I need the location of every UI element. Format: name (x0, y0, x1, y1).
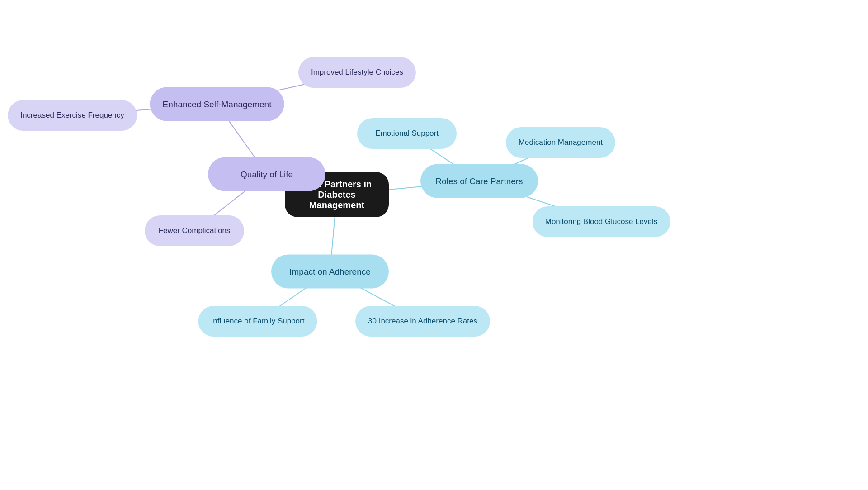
enhanced-self-management-node[interactable]: Enhanced Self-Management (150, 87, 284, 121)
impact-adherence-label: Impact on Adherence (289, 266, 371, 276)
medication-management-node[interactable]: Medication Management (506, 127, 615, 158)
quality-of-life-label: Quality of Life (241, 169, 293, 179)
adherence-rates-label: 30 Increase in Adherence Rates (368, 317, 477, 326)
quality-of-life-node[interactable]: Quality of Life (208, 157, 326, 191)
increased-exercise-node[interactable]: Increased Exercise Frequency (8, 100, 137, 131)
impact-adherence-node[interactable]: Impact on Adherence (271, 255, 389, 289)
roles-care-partners-node[interactable]: Roles of Care Partners (420, 164, 538, 198)
emotional-support-node[interactable]: Emotional Support (357, 118, 457, 149)
monitoring-blood-glucose-label: Monitoring Blood Glucose Levels (545, 217, 658, 226)
influence-family-support-label: Influence of Family Support (211, 317, 305, 326)
emotional-support-label: Emotional Support (375, 129, 439, 138)
increased-exercise-label: Increased Exercise Frequency (20, 111, 124, 120)
improved-lifestyle-node[interactable]: Improved Lifestyle Choices (298, 57, 416, 88)
fewer-complications-label: Fewer Complications (159, 226, 231, 235)
influence-family-support-node[interactable]: Influence of Family Support (198, 306, 317, 337)
roles-care-partners-label: Roles of Care Partners (435, 176, 523, 186)
fewer-complications-node[interactable]: Fewer Complications (145, 215, 244, 246)
monitoring-blood-glucose-node[interactable]: Monitoring Blood Glucose Levels (533, 206, 670, 237)
medication-management-label: Medication Management (519, 138, 603, 147)
enhanced-self-management-label: Enhanced Self-Management (163, 99, 272, 109)
improved-lifestyle-label: Improved Lifestyle Choices (311, 68, 403, 77)
adherence-rates-node[interactable]: 30 Increase in Adherence Rates (355, 306, 490, 337)
